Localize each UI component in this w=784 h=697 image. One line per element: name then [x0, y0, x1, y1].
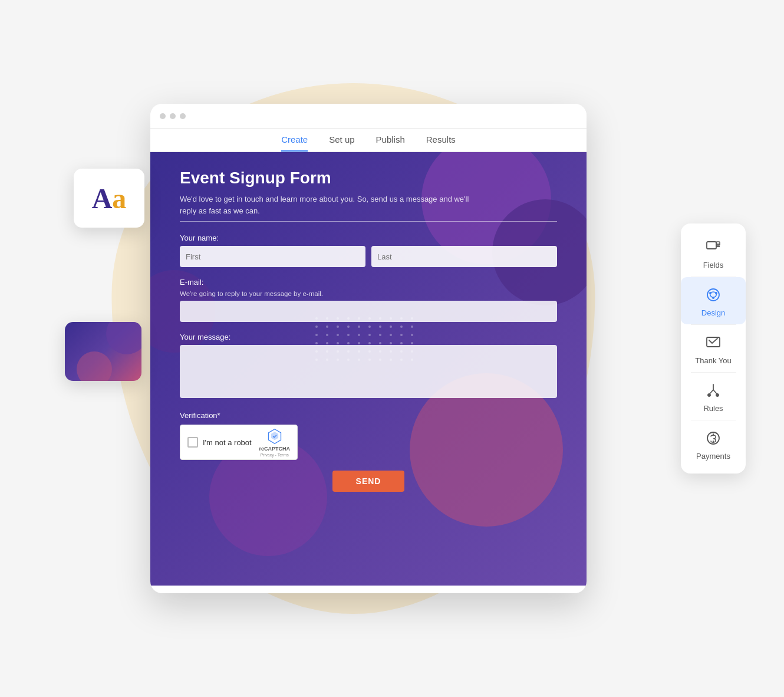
verification-label: Verification* — [180, 411, 557, 420]
form-area: Event Signup Form We'd love to get in to… — [150, 152, 587, 586]
svg-point-10 — [716, 394, 719, 397]
email-field-group: E-mail: We're going to reply to your mes… — [180, 278, 557, 333]
sidebar-item-fields[interactable]: Fields — [681, 229, 746, 277]
tab-setup[interactable]: Set up — [329, 134, 354, 152]
form-description: We'd love to get in touch and learn more… — [180, 193, 486, 216]
sidebar-item-design[interactable]: Design — [681, 277, 746, 324]
browser-window: Create Set up Publish Results Event Sign… — [150, 104, 587, 593]
window-dot-1 — [160, 113, 166, 119]
message-label: Your message: — [180, 333, 557, 341]
message-textarea[interactable] — [180, 345, 557, 398]
thankyou-label: Thank You — [695, 356, 731, 365]
thankyou-icon — [703, 332, 724, 353]
form-divider — [180, 221, 557, 222]
design-preview-card — [65, 322, 141, 381]
form-title: Event Signup Form — [180, 169, 557, 188]
name-row — [180, 246, 557, 267]
rules-label: Rules — [703, 404, 723, 413]
payments-icon — [703, 428, 724, 449]
main-scene: Aa Create Set up Publish Results — [38, 39, 746, 658]
sidebar-item-payments[interactable]: Payments — [681, 420, 746, 468]
design-card-inner — [65, 322, 141, 381]
thankyou-svg — [704, 334, 722, 351]
verification-group: Verification* I'm not a robot — [180, 411, 557, 460]
recaptcha-widget[interactable]: I'm not a robot reCAPTCHA Privacy - Term… — [180, 425, 298, 460]
recaptcha-links: Privacy - Terms — [261, 453, 289, 457]
name-field-group: Your name: — [180, 234, 557, 267]
browser-titlebar — [150, 104, 587, 129]
recaptcha-checkbox[interactable] — [187, 437, 198, 448]
design-blob-2 — [77, 351, 112, 381]
design-icon — [703, 284, 724, 305]
design-svg — [704, 286, 722, 304]
svg-rect-3 — [716, 242, 720, 245]
sidebar-item-thankyou[interactable]: Thank You — [681, 325, 746, 372]
svg-rect-0 — [707, 242, 716, 249]
recaptcha-brand: reCAPTCHA — [259, 446, 290, 452]
font-letter-A: A — [92, 183, 113, 214]
payments-label: Payments — [696, 452, 730, 461]
fields-svg — [704, 238, 722, 256]
recaptcha-icon — [266, 428, 284, 445]
tab-publish[interactable]: Publish — [376, 134, 405, 152]
last-name-input[interactable] — [371, 246, 557, 267]
tab-create[interactable]: Create — [281, 134, 308, 152]
payments-svg — [704, 429, 722, 447]
fields-label: Fields — [703, 261, 724, 269]
form-content: Event Signup Form We'd love to get in to… — [180, 169, 557, 492]
message-field-group: Your message: — [180, 333, 557, 411]
rules-svg — [704, 382, 722, 399]
font-preview: Aa — [92, 182, 127, 215]
svg-point-9 — [708, 394, 711, 397]
email-sublabel: We're going to reply to your message by … — [180, 290, 557, 297]
sidebar-item-rules[interactable]: Rules — [681, 373, 746, 420]
recaptcha-check: I'm not a robot — [187, 437, 252, 448]
font-card: Aa — [74, 169, 144, 228]
name-label: Your name: — [180, 234, 557, 242]
window-dot-2 — [170, 113, 176, 119]
first-name-input[interactable] — [180, 246, 365, 267]
submit-button[interactable]: SEND — [332, 471, 405, 492]
font-letter-a: a — [112, 183, 126, 214]
recaptcha-text: I'm not a robot — [203, 438, 252, 447]
rules-icon — [703, 380, 724, 401]
right-sidebar: Fields Design — [681, 223, 746, 474]
window-dot-3 — [180, 113, 186, 119]
email-label: E-mail: — [180, 278, 557, 287]
tab-results[interactable]: Results — [426, 134, 456, 152]
browser-tabs: Create Set up Publish Results — [150, 129, 587, 152]
design-blob-1 — [106, 322, 141, 354]
design-label: Design — [701, 308, 725, 317]
recaptcha-logo: reCAPTCHA Privacy - Terms — [259, 428, 290, 457]
fields-icon — [703, 236, 724, 258]
email-input[interactable] — [180, 301, 557, 322]
